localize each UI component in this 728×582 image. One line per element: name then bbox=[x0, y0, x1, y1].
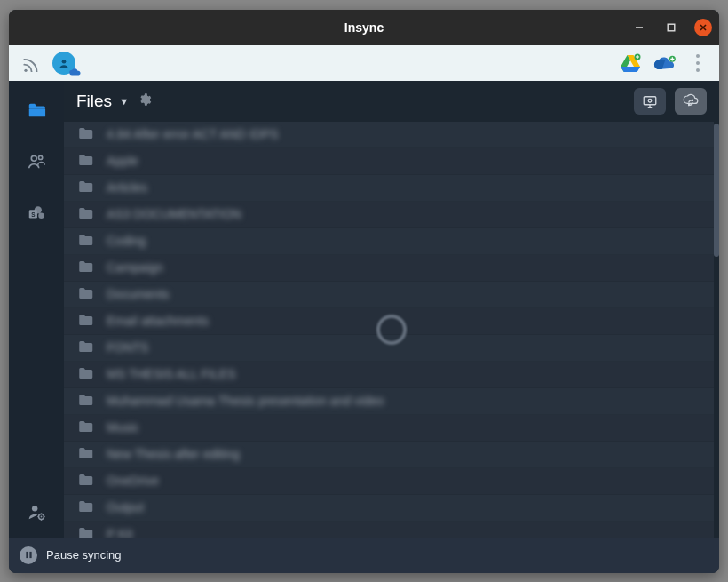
folder-name: Apple bbox=[107, 154, 138, 168]
topbar bbox=[9, 45, 719, 81]
folder-list: 4.84 After error ACT AND IDPSAppleArticl… bbox=[64, 122, 719, 538]
folder-row[interactable]: 4.84 After error ACT AND IDPS bbox=[64, 122, 714, 148]
folder-icon bbox=[76, 339, 94, 357]
folder-icon bbox=[76, 498, 94, 517]
folder-icon bbox=[76, 232, 94, 251]
folder-icon bbox=[76, 365, 94, 384]
svg-point-5 bbox=[62, 59, 67, 63]
svg-point-23 bbox=[38, 212, 44, 218]
sidebar-item-shared[interactable] bbox=[21, 148, 51, 175]
folder-row[interactable]: OneDrive bbox=[64, 468, 714, 495]
pause-syncing-button[interactable]: Pause syncing bbox=[20, 546, 122, 564]
folder-icon bbox=[76, 419, 94, 437]
folder-row[interactable]: Documents bbox=[64, 282, 714, 308]
folder-name: New Thesis after editing bbox=[107, 447, 240, 461]
folder-row[interactable]: New Thesis after editing bbox=[64, 442, 714, 468]
titlebar: Insync bbox=[9, 10, 719, 45]
sidebar: S bbox=[9, 81, 64, 538]
main-panel: Files ▼ bbox=[64, 81, 719, 538]
folder-icon bbox=[76, 285, 94, 304]
sync-button[interactable] bbox=[675, 88, 707, 115]
folder-name: Output bbox=[107, 500, 144, 514]
folder-icon bbox=[76, 259, 94, 277]
statusbar: Pause syncing bbox=[9, 538, 719, 573]
local-files-button[interactable] bbox=[634, 88, 666, 115]
pause-icon bbox=[20, 546, 37, 564]
main-header: Files ▼ bbox=[64, 81, 719, 122]
window-controls bbox=[630, 10, 712, 45]
svg-rect-1 bbox=[668, 24, 675, 31]
folder-icon bbox=[76, 205, 94, 224]
activity-feed-icon[interactable] bbox=[18, 51, 43, 76]
status-label: Pause syncing bbox=[46, 548, 122, 562]
folder-name: Muhammad Usama Thesis presentation and v… bbox=[107, 394, 384, 408]
svg-rect-19 bbox=[29, 108, 45, 116]
folder-icon bbox=[76, 392, 94, 411]
folder-row[interactable]: AS3 DOCUMENTATION bbox=[64, 202, 714, 228]
svg-point-18 bbox=[696, 68, 700, 72]
account-avatar-icon[interactable] bbox=[51, 51, 76, 76]
svg-point-26 bbox=[32, 506, 37, 511]
more-menu-icon[interactable] bbox=[685, 51, 710, 76]
maximize-button[interactable] bbox=[662, 19, 680, 36]
folder-icon bbox=[76, 445, 94, 464]
folder-row[interactable]: MS THESIS ALL FILES bbox=[64, 362, 714, 388]
folder-name: Articles bbox=[107, 180, 147, 195]
folder-row[interactable]: Campaign bbox=[64, 255, 714, 282]
files-dropdown[interactable]: Files ▼ bbox=[76, 92, 129, 111]
folder-name: P Kit bbox=[107, 527, 132, 538]
folder-row[interactable]: Apple bbox=[64, 148, 714, 175]
add-google-drive-icon[interactable] bbox=[618, 51, 643, 76]
svg-rect-42 bbox=[29, 552, 31, 558]
svg-point-20 bbox=[31, 155, 36, 161]
folder-name: Coding bbox=[107, 234, 146, 248]
sidebar-item-account-settings[interactable] bbox=[21, 498, 51, 525]
folder-name: Campaign bbox=[107, 260, 163, 275]
svg-point-4 bbox=[24, 68, 27, 71]
add-onedrive-icon[interactable] bbox=[652, 51, 677, 76]
svg-point-17 bbox=[696, 61, 700, 65]
svg-rect-33 bbox=[644, 96, 656, 104]
folder-name: MS THESIS ALL FILES bbox=[107, 367, 236, 381]
svg-point-21 bbox=[38, 155, 42, 159]
folder-row[interactable]: Articles bbox=[64, 175, 714, 202]
sidebar-item-sharepoint[interactable]: S bbox=[21, 200, 51, 227]
svg-text:S: S bbox=[31, 211, 36, 217]
loading-spinner-icon bbox=[376, 315, 407, 345]
folder-row[interactable]: Music bbox=[64, 415, 714, 442]
folder-row[interactable]: Muhammad Usama Thesis presentation and v… bbox=[64, 388, 714, 415]
folder-name: Music bbox=[107, 420, 139, 435]
folder-icon bbox=[76, 179, 94, 197]
folder-icon bbox=[76, 312, 94, 331]
folder-icon bbox=[76, 125, 94, 144]
files-dropdown-label: Files bbox=[76, 92, 112, 111]
folder-icon bbox=[76, 525, 94, 538]
folder-name: Documents bbox=[107, 287, 170, 301]
folder-icon bbox=[76, 472, 94, 490]
svg-rect-41 bbox=[26, 552, 28, 558]
folder-row[interactable]: Output bbox=[64, 495, 714, 522]
folder-name: 4.84 After error ACT AND IDPS bbox=[107, 127, 278, 141]
sidebar-item-files[interactable] bbox=[21, 97, 51, 124]
app-window: Insync bbox=[9, 10, 719, 573]
folder-icon bbox=[76, 152, 94, 171]
close-button[interactable] bbox=[694, 19, 712, 36]
window-title: Insync bbox=[344, 20, 384, 35]
svg-point-28 bbox=[41, 515, 43, 517]
folder-name: Email attachments bbox=[107, 314, 209, 328]
svg-point-16 bbox=[696, 54, 700, 58]
svg-marker-9 bbox=[621, 67, 640, 72]
folder-name: AS3 DOCUMENTATION bbox=[107, 207, 241, 221]
content-area: S Files ▼ bbox=[9, 81, 719, 538]
folder-name: OneDrive bbox=[107, 474, 159, 488]
view-settings-icon[interactable] bbox=[138, 92, 152, 110]
scrollbar-thumb[interactable] bbox=[714, 124, 719, 257]
folder-name: FONTS bbox=[107, 340, 148, 355]
minimize-button[interactable] bbox=[630, 19, 648, 36]
chevron-down-icon: ▼ bbox=[119, 96, 129, 107]
folder-row[interactable]: P Kit bbox=[64, 522, 714, 538]
folder-row[interactable]: Coding bbox=[64, 228, 714, 255]
